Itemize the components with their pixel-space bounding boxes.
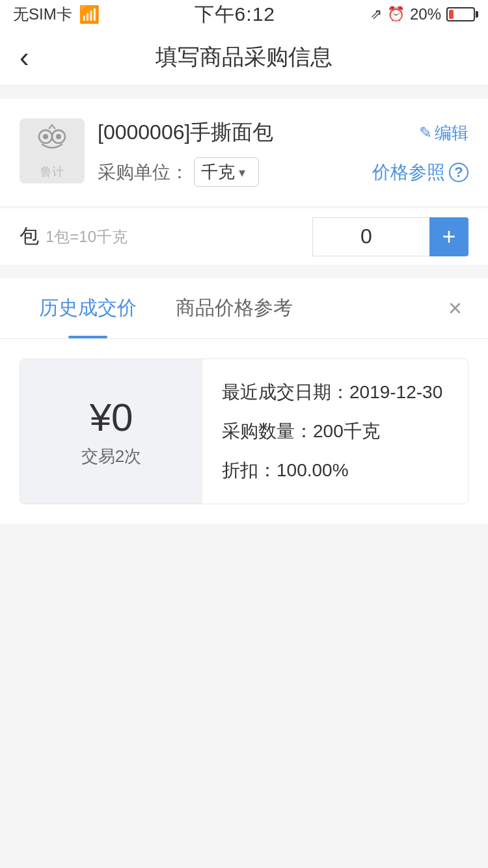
qty-input-group: + <box>312 217 468 256</box>
price-recent-date: 最近成交日期：2019-12-30 <box>222 379 448 406</box>
help-icon: ? <box>449 163 468 182</box>
location-icon: ⇗ <box>370 6 382 23</box>
price-left: ¥0 交易2次 <box>20 359 202 504</box>
product-name-text: 手撕面包 <box>190 120 273 144</box>
qty-unit-main: 包 <box>20 223 39 250</box>
product-meta: 采购单位： 千克 ▾ 价格参照 ? <box>98 157 468 187</box>
qty-plus-button[interactable]: + <box>429 217 468 256</box>
price-right: 最近成交日期：2019-12-30 采购数量：200千克 折扣：100.00% <box>202 359 468 504</box>
tabs-header: 历史成交价 商品价格参考 × <box>0 278 488 339</box>
product-card: 鲁计 [0000006]手撕面包 ✎ 编辑 采购单位： 千克 ▾ 价格参照 ? <box>0 99 488 206</box>
unit-value: 千克 <box>201 161 235 183</box>
page-title: 填写商品采购信息 <box>156 42 332 72</box>
status-left: 无SIM卡 📶 <box>13 4 100 25</box>
unit-label-text: 采购单位： <box>98 160 189 185</box>
thumbnail-label: 鲁计 <box>40 164 64 180</box>
status-bar: 无SIM卡 📶 下午6:12 ⇗ ⏰ 20% <box>0 0 488 29</box>
tab-content-history: ¥0 交易2次 最近成交日期：2019-12-30 采购数量：200千克 折扣：… <box>0 339 488 524</box>
status-right: ⇗ ⏰ 20% <box>370 5 475 23</box>
discount-value: 100.00% <box>277 460 349 480</box>
tab-reference[interactable]: 商品价格参考 <box>156 278 312 338</box>
edit-label: 编辑 <box>435 122 468 144</box>
discount-label: 折扣： <box>222 460 277 480</box>
purchase-qty-value: 200千克 <box>313 421 380 441</box>
edit-button[interactable]: ✎ 编辑 <box>419 122 468 144</box>
price-ref-button[interactable]: 价格参照 ? <box>372 160 468 185</box>
product-info: [0000006]手撕面包 ✎ 编辑 采购单位： 千克 ▾ 价格参照 ? <box>98 118 468 187</box>
price-card: ¥0 交易2次 最近成交日期：2019-12-30 采购数量：200千克 折扣：… <box>20 359 468 504</box>
price-count: 交易2次 <box>81 445 141 468</box>
price-discount: 折扣：100.00% <box>222 457 448 484</box>
qty-conversion: 1包=10千克 <box>46 226 128 247</box>
bottom-area <box>0 524 488 849</box>
unit-select[interactable]: 千克 ▾ <box>194 157 259 187</box>
price-amount: ¥0 <box>90 395 133 440</box>
quantity-input[interactable] <box>312 217 429 256</box>
product-header: [0000006]手撕面包 ✎ 编辑 <box>98 118 468 147</box>
battery-icon <box>446 7 475 21</box>
tabs-section: 历史成交价 商品价格参考 × ¥0 交易2次 最近成交日期：2019-12-30… <box>0 278 488 524</box>
recent-date-label: 最近成交日期： <box>222 382 349 402</box>
product-id: [0000006] <box>98 120 190 144</box>
nav-bar: ‹ 填写商品采购信息 <box>0 29 488 86</box>
chevron-down-icon: ▾ <box>239 165 245 180</box>
recent-date-value: 2019-12-30 <box>349 382 442 402</box>
price-purchase-qty: 采购数量：200千克 <box>222 418 448 445</box>
carrier-text: 无SIM卡 <box>13 4 72 25</box>
product-name: [0000006]手撕面包 <box>98 118 273 147</box>
purchase-qty-label: 采购数量： <box>222 421 313 441</box>
alarm-icon: ⏰ <box>387 6 405 23</box>
wifi-icon: 📶 <box>79 5 100 25</box>
unit-label: 采购单位： 千克 ▾ <box>98 157 259 187</box>
product-thumbnail: 鲁计 <box>20 118 85 183</box>
price-ref-label: 价格参照 <box>372 160 445 185</box>
tab-history[interactable]: 历史成交价 <box>20 278 156 338</box>
svg-point-2 <box>43 134 48 139</box>
back-button[interactable]: ‹ <box>20 41 36 74</box>
battery-percent: 20% <box>410 5 441 23</box>
tab-close-button[interactable]: × <box>442 288 468 329</box>
qty-label: 包 1包=10千克 <box>20 223 128 250</box>
svg-point-3 <box>56 134 61 139</box>
edit-icon: ✎ <box>419 124 432 142</box>
status-time: 下午6:12 <box>195 1 275 28</box>
quantity-row: 包 1包=10千克 + <box>0 208 488 265</box>
owl-icon <box>33 122 72 161</box>
